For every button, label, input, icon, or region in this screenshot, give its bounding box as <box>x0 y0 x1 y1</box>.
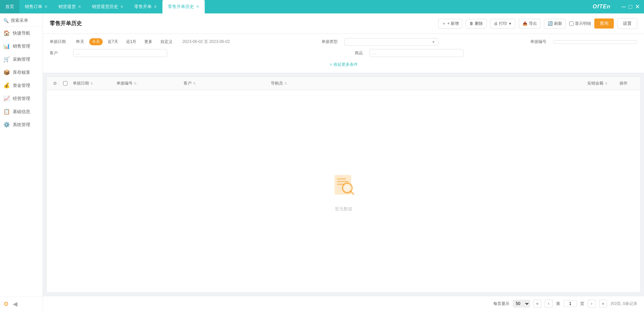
date-btn-custom[interactable]: 自定义 <box>157 38 176 46</box>
sales-mgmt-icon: 📊 <box>3 43 10 49</box>
sidebar-item-operations[interactable]: 📈 经营管理 <box>0 92 43 105</box>
print-button[interactable]: 🖨 打印 ▼ <box>490 19 515 29</box>
sidebar-item-sales-mgmt[interactable]: 📊 销售管理 <box>0 40 43 53</box>
settings-button[interactable]: 设置 <box>617 18 637 29</box>
brand-logo: OfTEn <box>593 4 610 10</box>
date-btn-7days[interactable]: 近7天 <box>105 38 121 46</box>
sidebar-item-quick-nav[interactable]: 🏠 快捷导航 <box>0 27 43 40</box>
empty-icon <box>329 170 359 201</box>
search-icon: 🔍 <box>3 18 9 23</box>
tab-sales-order-close[interactable]: ✕ <box>44 4 48 9</box>
order-no-label: 单据编号 <box>530 39 546 45</box>
sidebar-item-basic-info[interactable]: 📋 基础信息 <box>0 105 43 118</box>
tab-retail-open[interactable]: 零售开单 ✕ <box>129 0 162 13</box>
select-all-input[interactable] <box>63 81 67 86</box>
col-header-guide[interactable]: 导购员 ⇅ <box>268 81 315 86</box>
minimize-btn[interactable]: ─ <box>622 3 626 10</box>
sidebar-item-purchase-mgmt[interactable]: 🛒 采购管理 <box>0 53 43 66</box>
col-guide-label: 导购员 <box>271 81 283 86</box>
tab-sales-return-history-label: 销货退货历史 <box>92 4 118 10</box>
sidebar-collapse-icon[interactable]: ◀ <box>13 300 17 308</box>
page-title: 零售开单历史 <box>50 20 82 32</box>
tab-retail-history-close[interactable]: ✕ <box>196 4 199 9</box>
pagination: 每页显示 10 20 50 100 « ‹ 第 页 › » 共0页, 0条记录 <box>43 296 644 311</box>
table-settings-btn[interactable]: ⚙ <box>50 81 60 86</box>
sidebar: 🔍 搜索采单 🏠 快捷导航 📊 销售管理 🛒 采购管理 📦 库存核算 💰 资金管… <box>0 13 43 311</box>
sidebar-item-inventory[interactable]: 📦 库存核算 <box>0 66 43 79</box>
col-header-date[interactable]: 单据日期 ⇅ <box>70 81 114 86</box>
col-no-label: 单据编号 <box>116 81 133 86</box>
date-btn-1month[interactable]: 近1月 <box>123 38 140 46</box>
table-select-all[interactable] <box>60 81 70 86</box>
show-detail-checkbox[interactable]: 显示明细 <box>569 21 591 27</box>
date-btn-more[interactable]: 更多 <box>141 38 155 46</box>
tab-sales-return-close[interactable]: ✕ <box>78 4 81 9</box>
delete-button[interactable]: 🗑 删除 <box>466 19 487 29</box>
customer-filter-input[interactable]: ... <box>73 49 167 57</box>
sidebar-settings-icon[interactable]: ⚙ <box>3 300 9 308</box>
per-page-label: 每页显示 <box>493 301 509 307</box>
sidebar-item-purchase-mgmt-label: 采购管理 <box>13 56 30 62</box>
add-button[interactable]: ＋ + 新增 <box>438 19 462 29</box>
table-container: ⚙ 单据日期 ⇅ 单据编号 ⇅ 客户 ⇅ <box>46 76 641 293</box>
tab-home[interactable]: 首页 <box>0 0 19 13</box>
col-header-amount[interactable]: 实销金额 ⇅ <box>315 81 610 86</box>
export-button[interactable]: 📤 导出 <box>519 19 541 29</box>
type-filter-label: 单据类型 <box>321 39 338 45</box>
sidebar-footer: ⚙ ◀ <box>0 297 43 311</box>
date-range-display: 2023-06-02 至 2023-06-02 <box>182 39 230 45</box>
sidebar-item-inventory-label: 库存核算 <box>13 69 30 75</box>
col-guide-sort: ⇅ <box>284 82 287 85</box>
col-no-sort: ⇅ <box>134 82 137 85</box>
col-header-action: 操作 <box>610 81 637 86</box>
sidebar-item-basic-info-label: 基础信息 <box>13 109 30 115</box>
last-page-btn[interactable]: » <box>599 300 607 308</box>
collapse-btn[interactable]: ∧ 收起更多条件 <box>50 60 637 69</box>
window-controls: ─ □ ✕ <box>622 3 644 10</box>
sidebar-item-sales-mgmt-label: 销售管理 <box>13 43 30 49</box>
svg-rect-1 <box>337 178 346 179</box>
top-nav: 首页 销售订单 ✕ 销货退货 ✕ 销货退货历史 ✕ 零售开单 ✕ 零售开单历史 … <box>0 0 644 13</box>
maximize-btn[interactable]: □ <box>629 3 632 10</box>
sidebar-item-finance[interactable]: 💰 资金管理 <box>0 79 43 92</box>
empty-state: 暂无数据 <box>47 90 640 292</box>
col-header-no[interactable]: 单据编号 ⇅ <box>114 81 181 86</box>
date-btn-today[interactable]: 今天 <box>89 38 103 45</box>
date-btn-yesterday[interactable]: 昨天 <box>73 38 87 46</box>
query-button[interactable]: 查询 <box>594 18 614 29</box>
type-filter-select[interactable]: ▼ <box>344 38 438 46</box>
tab-retail-history[interactable]: 零售开单历史 ✕ <box>162 0 205 13</box>
show-detail-input[interactable] <box>569 21 574 26</box>
close-window-btn[interactable]: ✕ <box>635 3 640 10</box>
next-page-btn[interactable]: › <box>588 300 596 308</box>
sidebar-item-quick-nav-label: 快捷导航 <box>13 30 30 36</box>
tab-sales-return-history-close[interactable]: ✕ <box>120 4 123 9</box>
first-page-btn[interactable]: « <box>533 300 541 308</box>
sidebar-search[interactable]: 🔍 搜索采单 <box>0 13 43 27</box>
tab-sales-return-history[interactable]: 销货退货历史 ✕ <box>87 0 129 13</box>
basic-info-icon: 📋 <box>3 108 10 115</box>
per-page-select[interactable]: 10 20 50 100 <box>513 300 530 307</box>
content-area: 零售开单历史 ＋ + 新增 🗑 删除 🖨 打印 ▼ 📤 导出 <box>43 13 644 311</box>
filter-row-2: 客户 ... 商品 ... <box>50 49 637 57</box>
prev-page-btn[interactable]: ‹ <box>545 300 553 308</box>
refresh-button[interactable]: 🔄 刷新 <box>544 19 566 29</box>
goods-dots: ... <box>373 51 376 55</box>
date-btn-group: 昨天 今天 近7天 近1月 更多 自定义 <box>73 38 176 46</box>
tab-sales-return[interactable]: 销货退货 ✕ <box>53 0 87 13</box>
goods-filter-input[interactable]: ... <box>369 49 463 57</box>
tab-bar: 首页 销售订单 ✕ 销货退货 ✕ 销货退货历史 ✕ 零售开单 ✕ 零售开单历史 … <box>0 0 622 13</box>
tab-retail-open-close[interactable]: ✕ <box>154 4 157 9</box>
tab-home-label: 首页 <box>5 4 14 10</box>
sidebar-item-operations-label: 经营管理 <box>13 96 30 102</box>
svg-point-7 <box>345 186 347 188</box>
tab-sales-order[interactable]: 销售订单 ✕ <box>19 0 53 13</box>
col-header-customer[interactable]: 客户 ⇅ <box>181 81 268 86</box>
date-filter-label: 单据日期 <box>50 39 66 45</box>
sidebar-item-sys-mgmt[interactable]: ⚙️ 系统管理 <box>0 118 43 131</box>
order-no-input[interactable] <box>553 40 637 44</box>
table-wrapper: ⚙ 单据日期 ⇅ 单据编号 ⇅ 客户 ⇅ <box>43 73 644 311</box>
collapse-label: ∧ 收起更多条件 <box>329 62 358 67</box>
page-number-input[interactable] <box>563 300 577 307</box>
col-action-label: 操作 <box>620 81 628 86</box>
